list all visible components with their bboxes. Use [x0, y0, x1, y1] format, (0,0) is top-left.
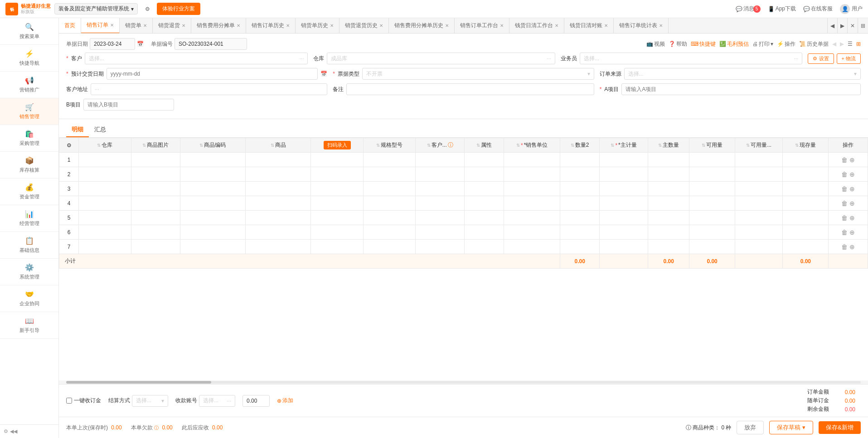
th-main-unit[interactable]: ⇅**主计量 [599, 138, 648, 153]
industry-btn[interactable]: 体验行业方案 [157, 3, 200, 15]
goods-count-icon[interactable]: ⓘ [686, 424, 691, 431]
scrollbar-track[interactable] [66, 381, 861, 384]
msg-icon[interactable]: 💬 消息 5 [736, 5, 761, 13]
tab-more-btn[interactable]: ✕ [847, 18, 858, 34]
row-copy-icon[interactable]: ⊕ [849, 171, 855, 178]
ops-btn[interactable]: ⚡ 操作 [777, 40, 795, 48]
tab-daily-reconcile[interactable]: 钱货日清对账 ✕ [564, 18, 614, 34]
row-copy-icon[interactable]: ⊕ [849, 200, 855, 207]
th-code[interactable]: ⇅商品编码 [180, 138, 245, 153]
bill-date-input[interactable] [90, 38, 135, 50]
tab-close-icon[interactable]: ✕ [182, 23, 185, 28]
sidebar-item-quicknav[interactable]: ⚡ 快捷导航 [0, 45, 58, 72]
grid-view-icon[interactable]: ⊞ [856, 41, 861, 47]
settings-icon[interactable]: ⚙ [141, 3, 153, 15]
tab-close-icon[interactable]: ✕ [237, 23, 240, 28]
amount-input[interactable] [242, 395, 270, 407]
print-btn[interactable]: 🖨 打印 ▾ [752, 40, 773, 48]
tab-return-history[interactable]: 销货退货历史 ✕ [339, 18, 389, 34]
tab-invoice-history[interactable]: 销货单历史 ✕ [296, 18, 339, 34]
row-delete-icon[interactable]: 🗑 [841, 171, 848, 178]
th-avail2[interactable]: ⇅可用量... [735, 138, 783, 153]
app-download[interactable]: 📱 App下载 [768, 5, 796, 13]
sidebar-item-system[interactable]: ⚙️ 系统管理 [0, 259, 58, 285]
settings-quick-btn[interactable]: ⚙ 设置 [808, 53, 834, 64]
th-settings[interactable]: ⚙ [59, 138, 79, 153]
tab-order-workbench[interactable]: 销售订单工作台 ✕ [455, 18, 509, 34]
row-copy-icon[interactable]: ⊕ [849, 229, 855, 236]
th-spec[interactable]: ⇅规格型号 [363, 138, 415, 153]
history-btn[interactable]: 📜 历史单据 [799, 40, 829, 48]
row-copy-icon[interactable]: ⊕ [849, 156, 855, 164]
th-attr[interactable]: ⇅属性 [465, 138, 504, 153]
row-delete-icon[interactable]: 🗑 [841, 156, 848, 164]
row-delete-icon[interactable]: 🗑 [841, 229, 848, 236]
logistics-quick-btn[interactable]: + 物流 [837, 53, 861, 64]
a-project-input[interactable] [621, 83, 861, 95]
th-customer-code[interactable]: ⇅客户...ⓘ [416, 138, 465, 153]
row-delete-icon[interactable]: 🗑 [841, 185, 848, 193]
sidebar-item-inventory[interactable]: 📦 库存核算 [0, 152, 58, 178]
scan-btn[interactable]: 扫码录入 [324, 141, 351, 149]
tab-close-icon[interactable]: ✕ [143, 23, 147, 28]
tab-detail[interactable]: 明细 [66, 123, 89, 137]
tab-order-history[interactable]: 销售订单历史 ✕ [246, 18, 296, 34]
discard-button[interactable]: 放弃 [737, 421, 764, 434]
row-delete-icon[interactable]: 🗑 [841, 200, 848, 207]
tab-order-stats[interactable]: 销售订单统计表 ✕ [614, 18, 669, 34]
tab-sales-return[interactable]: 销货退货 ✕ [153, 18, 191, 34]
tab-close-icon[interactable]: ✕ [110, 23, 114, 28]
th-qty2[interactable]: ⇅数量2 [560, 138, 600, 153]
row-copy-icon[interactable]: ⊕ [849, 243, 855, 250]
order-source-select[interactable]: 选择... ▾ [624, 68, 861, 80]
scrollbar-thumb[interactable] [66, 381, 211, 384]
tab-daily-workbench[interactable]: 钱货日清工作台 ✕ [509, 18, 564, 34]
sidebar-item-marketing[interactable]: 📢 营销推广 [0, 72, 58, 98]
user-avatar[interactable]: 👤 用户 [840, 4, 863, 14]
row-copy-icon[interactable]: ⊕ [849, 185, 855, 193]
th-stock[interactable]: ⇅现存量 [783, 138, 829, 153]
tab-close-icon[interactable]: ✕ [555, 23, 558, 28]
tab-sales-order[interactable]: 销售订单 ✕ [81, 18, 120, 34]
salesperson-select[interactable]: 选择... ··· [580, 53, 802, 64]
calendar-icon[interactable]: 📅 [137, 41, 144, 47]
delivery-date-input[interactable] [107, 68, 318, 80]
tab-close-icon[interactable]: ✕ [330, 23, 334, 28]
th-main-qty[interactable]: ⇅主数量 [648, 138, 689, 153]
sidebar-item-cooperation[interactable]: 🤝 企业协同 [0, 285, 58, 312]
row-delete-icon[interactable]: 🗑 [841, 243, 848, 250]
row-delete-icon[interactable]: 🗑 [841, 214, 848, 221]
th-goods[interactable]: ⇅商品 [246, 138, 311, 153]
online-support[interactable]: 💬 在线客服 [803, 5, 833, 13]
view-btn[interactable]: 📺 视频 [646, 40, 665, 48]
payment-method-select[interactable]: 选择... ▾ [132, 395, 168, 407]
tab-close-icon[interactable]: ✕ [379, 23, 383, 28]
collection-select[interactable]: 选择... ··· [199, 395, 235, 407]
customer-select[interactable]: 选择... ··· [85, 53, 308, 64]
tab-expand-btn[interactable]: ⊞ [858, 18, 868, 34]
tab-close-icon[interactable]: ✕ [286, 23, 290, 28]
tab-close-icon[interactable]: ✕ [500, 23, 504, 28]
sidebar-item-sales[interactable]: 🛒 销售管理 [0, 98, 58, 125]
tab-close-icon[interactable]: ✕ [445, 23, 449, 28]
b-project-input[interactable] [83, 99, 174, 111]
profit-btn[interactable]: 💹 毛利预估 [719, 40, 749, 48]
th-warehouse[interactable]: ⇅仓库 [79, 138, 131, 153]
th-unit[interactable]: ⇅**销售单位 [504, 138, 560, 153]
customer-addr-select[interactable]: ··· [91, 83, 327, 95]
one-click-checkbox[interactable] [66, 398, 72, 404]
remark-input[interactable] [346, 83, 594, 95]
sidebar-item-purchase[interactable]: 🛍️ 采购管理 [0, 125, 58, 152]
th-img[interactable]: ⇅商品图片 [131, 138, 180, 153]
tab-expense-split[interactable]: 销售费用分摊单 ✕ [191, 18, 246, 34]
tab-prev-btn[interactable]: ◀ [827, 18, 837, 34]
sidebar-item-finance[interactable]: 💰 资金管理 [0, 178, 58, 205]
shortcut-btn[interactable]: ⌨ 快捷键 [691, 40, 716, 48]
tab-sales-invoice[interactable]: 销货单 ✕ [120, 18, 153, 34]
sidebar-item-basic[interactable]: 📋 基础信息 [0, 232, 58, 259]
sidebar-item-guide[interactable]: 📖 新手引导 [0, 312, 58, 339]
tab-close-icon[interactable]: ✕ [604, 23, 608, 28]
list-view-icon[interactable]: ☰ [848, 41, 853, 47]
sidebar-collapse[interactable]: ⚙ ◀◀ [0, 424, 58, 438]
sidebar-item-search[interactable]: 🔍 搜索菜单 [0, 18, 58, 45]
